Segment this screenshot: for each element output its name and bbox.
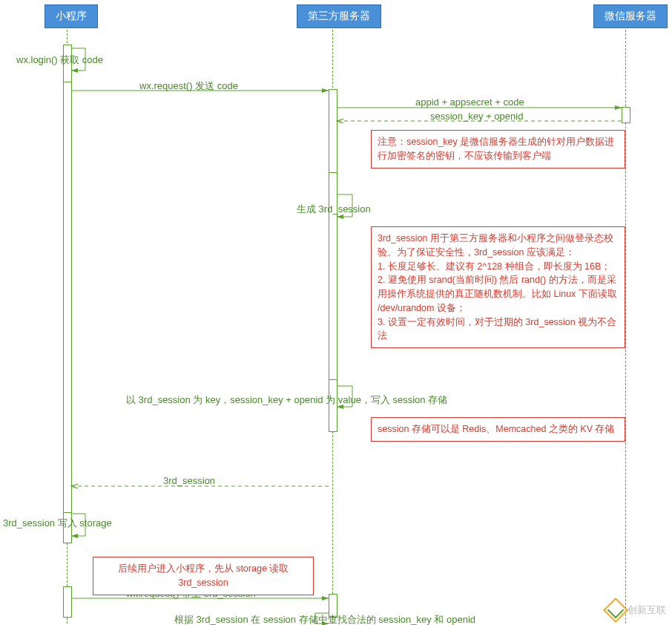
note-text-1: 注意：session_key 是微信服务器生成的针对用户数据进行加密签名的密钥，… (378, 137, 614, 161)
note-4-line2: 3rd_session (99, 576, 307, 590)
participant-third-party-server: 第三方服务器 (297, 4, 381, 28)
note-storage-read: 后续用户进入小程序，先从 storage 读取 3rd_session (93, 557, 314, 595)
watermark: 创新互联 (607, 601, 666, 619)
activation-1b (63, 82, 72, 514)
activation-1d (63, 586, 72, 618)
msg-wx-request-send-code: wx.request() 发送 code (139, 79, 238, 93)
note-3rd-session-rules: 3rd_session 用于第三方服务器和小程序之间做登录态校验。为了保证安全性… (371, 226, 625, 348)
msg-return-3rd-session: 3rd_session (163, 475, 215, 486)
msg-gen-3rd-session: 生成 3rd_session (297, 203, 371, 216)
note-session-store: session 存储可以是 Redis、Memcached 之类的 KV 存储 (371, 417, 625, 442)
note-2-line4: 3. 设置一定有效时间，对于过期的 3rd_session 视为不合法 (378, 315, 619, 344)
msg-sessionkey-openid: session_key + openid (430, 111, 523, 122)
watermark-text: 创新互联 (627, 603, 666, 617)
msg-lookup-session: 根据 3rd_session 在 session 存储中查找合法的 sessio… (174, 613, 475, 625)
note-2-line3: 2. 避免使用 srand(当前时间) 然后 rand() 的方法，而是采用操作… (378, 273, 619, 315)
watermark-icon (603, 598, 628, 623)
msg-wx-login: wx.login() 获取 code (16, 53, 103, 67)
note-session-key-warning: 注意：session_key 是微信服务器生成的针对用户数据进行加密签名的密钥，… (371, 130, 625, 168)
note-text-3: session 存储可以是 Redis、Memcached 之类的 KV 存储 (378, 424, 614, 434)
note-4-line1: 后续用户进入小程序，先从 storage 读取 (99, 562, 307, 576)
msg-write-session-store: 以 3rd_session 为 key，session_key + openid… (126, 393, 447, 407)
msg-write-storage: 3rd_session 写入 storage (3, 517, 112, 530)
note-2-line2: 1. 长度足够长。建议有 2^128 种组合，即长度为 16B； (378, 260, 619, 274)
participant-miniprogram: 小程序 (45, 4, 98, 28)
msg-appid-secret-code: appid + appsecret + code (415, 96, 524, 108)
participant-wechat-server: 微信服务器 (593, 4, 668, 28)
note-2-line1: 3rd_session 用于第三方服务器和小程序之间做登录态校验。为了保证安全性… (378, 232, 619, 260)
activation-3a (622, 107, 630, 123)
